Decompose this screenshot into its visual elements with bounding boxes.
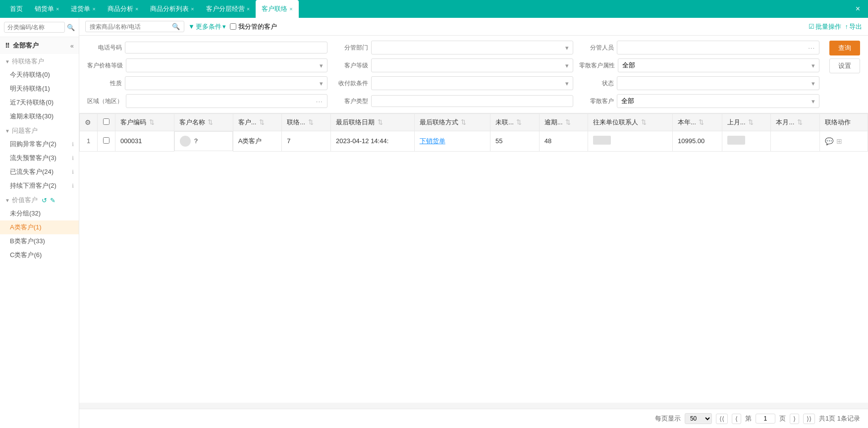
close-customer-mgmt-icon[interactable]: × [247,6,250,12]
first-page-button[interactable]: ⟨⟨ [716,414,728,424]
close-goods-list-icon[interactable]: × [191,6,194,12]
col-checkbox[interactable] [98,114,115,131]
nature-select[interactable]: ▾ [125,76,327,90]
col-gear[interactable]: ⚙ [80,114,98,131]
export-button[interactable]: ↑ 导出 [845,22,863,31]
filter-row-1: 电话号码 分管部门 ▾ 分管人员 [87,41,819,54]
sidebar-item-7days[interactable]: 近7天待联络(0) [0,96,79,109]
sort-this-year-icon[interactable]: ⇅ [699,118,704,126]
region-dots-icon: ··· [316,98,323,105]
phone-input[interactable] [125,42,327,54]
cell-name[interactable]: ？ [174,131,233,151]
sidebar-item-c-class[interactable]: C类客户(6) [0,248,79,262]
problem-arrow-icon: ▼ [5,128,10,134]
sort-last-date-icon[interactable]: ⇅ [378,118,383,126]
sort-level-icon[interactable]: ⇅ [259,118,265,126]
close-sales-icon[interactable]: × [56,6,59,12]
sidebar-item-a-class[interactable]: A类客户(1) [0,220,79,234]
action-qr-icon[interactable]: ⊞ [836,137,842,145]
payment-select[interactable]: ▾ [371,76,574,90]
batch-op-button[interactable]: ☑ 批量操作 [809,22,841,31]
nav-tab-sales[interactable]: 销货单 × [29,0,65,18]
sort-last-method-icon[interactable]: ⇅ [461,118,466,126]
sort-last-month-icon[interactable]: ⇅ [748,118,754,126]
sidebar-item-today[interactable]: 今天待联络(0) [0,68,79,82]
col-this-month: 本月... ⇅ [771,114,820,131]
sidebar-collapse-icon[interactable]: « [70,42,74,50]
retail-select[interactable]: 全部 ▾ [617,94,819,108]
customer-type-input[interactable] [371,95,574,107]
sort-code-icon[interactable]: ⇅ [149,118,155,126]
close-customer-contact-icon[interactable]: × [289,6,292,12]
region-select[interactable]: ··· [126,94,327,108]
more-conditions-button[interactable]: ▼ 更多条件 ▾ [188,22,226,31]
edit-icon[interactable]: ✎ [50,197,55,204]
query-button[interactable]: 查询 [829,41,860,55]
close-purchase-icon[interactable]: × [92,6,95,12]
pending-arrow-icon: ▼ [5,59,10,64]
cell-overdue: 48 [539,131,588,152]
nav-tab-purchase[interactable]: 进货单 × [65,0,101,18]
nav-tab-goods-analysis[interactable]: 商品分析 × [102,0,144,18]
price-level-select[interactable]: ▾ [126,58,327,72]
total-records-label: 共1页 1条记录 [819,414,860,423]
sort-overdue-icon[interactable]: ⇅ [565,118,571,126]
sidebar-all-customers[interactable]: ⠿ 全部客户 « [0,37,79,54]
sidebar-item-churned[interactable]: 已流失客户(24) ℹ [0,165,79,179]
sort-uncontacted-icon[interactable]: ⇅ [516,118,522,126]
filter-row-2: 客户价格等级 ▾ 客户等级 ▾ [87,58,819,72]
next-page-button[interactable]: ⟩ [790,414,799,424]
status-select[interactable]: ▾ [617,76,819,90]
dept-select[interactable]: ▾ [371,41,574,54]
nav-tab-home[interactable]: 首页 [4,0,29,18]
sidebar-item-tomorrow[interactable]: 明天待联络(1) [0,82,79,96]
my-customers-checkbox[interactable]: 我分管的客户 [230,22,277,31]
retail-attr-select[interactable]: 全部 ▾ [618,58,819,72]
settings-button[interactable]: 设置 [829,58,860,73]
sort-this-month-icon[interactable]: ⇅ [797,118,803,126]
last-page-button[interactable]: ⟩⟩ [803,414,815,424]
prev-page-button[interactable]: ⟨ [732,414,741,424]
cell-checkbox[interactable] [98,131,115,152]
sidebar-search-input[interactable] [4,22,65,33]
customer-avatar [180,136,191,147]
manager-select[interactable]: ··· [617,41,819,54]
per-page-select[interactable]: 50 100 200 [685,413,712,424]
gear-settings-icon[interactable]: ⚙ [85,118,91,126]
close-goods-analysis-icon[interactable]: × [135,6,138,12]
action-chat-icon[interactable]: 💬 [825,137,833,145]
horizontal-scrollbar[interactable] [79,403,868,409]
sidebar-item-repurchase-abnormal[interactable]: 回购异常客户(2) ℹ [0,137,79,151]
page-number-input[interactable] [756,414,775,424]
sidebar-search-icon[interactable]: 🔍 [67,24,75,31]
last-month-placeholder [727,136,745,145]
sidebar-item-ungrouped[interactable]: 未分组(32) [0,207,79,220]
sort-name-icon[interactable]: ⇅ [208,118,213,126]
sort-contacts-icon[interactable]: ⇅ [641,118,647,126]
col-last-month: 上月... ⇅ [722,114,771,131]
nav-tab-customer-contact[interactable]: 客户联络 × [256,0,298,18]
sidebar-item-churn-warning[interactable]: 流失预警客户(3) ℹ [0,151,79,165]
row-checkbox[interactable] [103,137,109,144]
filter-form: 电话号码 分管部门 ▾ 分管人员 [79,36,868,113]
customer-level-select[interactable]: ▾ [371,58,574,72]
cell-last-method[interactable]: 下销货单 [414,131,490,152]
filter-retail-attr: 零散客户属性 全部 ▾ [579,58,819,72]
top-right-actions: ☑ 批量操作 ↑ 导出 [809,22,863,31]
retail-dropdown-icon: ▾ [812,98,815,105]
sidebar-item-overdue[interactable]: 逾期未联络(30) [0,109,79,123]
sort-contact-count-icon[interactable]: ⇅ [308,118,314,126]
nature-dropdown-icon: ▾ [320,80,323,87]
filter-search-box[interactable]: 🔍 [85,21,184,32]
close-all-button[interactable]: × [852,4,864,13]
filter-search-input[interactable] [90,23,170,30]
sidebar-item-declining[interactable]: 持续下滑客户(2) ℹ [0,179,79,193]
nav-tab-customer-mgmt[interactable]: 客户分层经营 × [200,0,256,18]
last-method-link[interactable]: 下销货单 [420,137,445,145]
col-this-year: 本年... ⇅ [672,114,722,131]
filter-search-icon[interactable]: 🔍 [172,23,180,30]
select-all-checkbox[interactable] [103,118,109,125]
sidebar-item-b-class[interactable]: B类客户(33) [0,234,79,248]
refresh-icon[interactable]: ↺ [42,197,47,204]
nav-tab-goods-list[interactable]: 商品分析列表 × [144,0,200,18]
